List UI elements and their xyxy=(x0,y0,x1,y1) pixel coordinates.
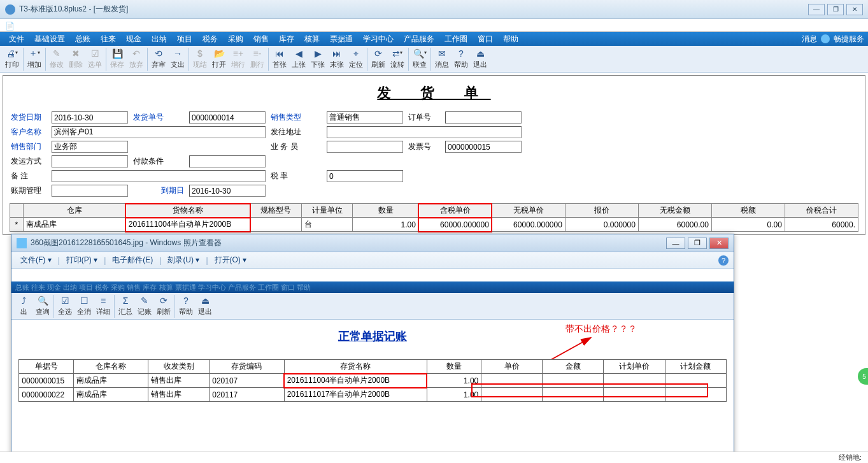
cell-unit[interactable]: 台 xyxy=(301,218,353,232)
toolbar-出[interactable]: ⤴出 xyxy=(14,294,33,318)
icell-name: 2016111017半自动单片2000B xyxy=(284,388,427,402)
cell-spec[interactable] xyxy=(250,218,302,232)
toolbar-全消[interactable]: ☐全消 xyxy=(75,294,94,318)
menu-workgroup[interactable]: 工作圈 xyxy=(439,34,473,45)
toolbar-帮助[interactable]: ?帮助 xyxy=(452,47,471,71)
cell-wh[interactable]: 南成品库 xyxy=(23,218,125,232)
toolbar-全选[interactable]: ☑全选 xyxy=(55,294,75,318)
menu-costing[interactable]: 核算 xyxy=(299,34,325,45)
menu-treasury[interactable]: 出纳 xyxy=(146,34,172,45)
close-button[interactable]: ✕ xyxy=(846,4,863,15)
input-staff[interactable] xyxy=(327,141,403,153)
input-saletype[interactable]: 普通销售 xyxy=(327,111,403,124)
menu-service[interactable]: 产品服务 xyxy=(399,34,439,45)
toolbar-增加[interactable]: ＋▾增加 xyxy=(25,47,44,71)
toolbar-消息[interactable]: ✉消息 xyxy=(432,47,452,71)
input-customer[interactable]: 滨州客户01 xyxy=(52,126,266,138)
table-row[interactable]: * 南成品库 2016111004半自动单片2000B 台 1.00 60000… xyxy=(10,218,858,232)
menu-window[interactable]: 窗口 xyxy=(473,34,498,45)
photo-menu-file[interactable]: 文件(F) ▾ xyxy=(17,255,55,266)
menu-learn[interactable]: 学习中心 xyxy=(358,34,399,45)
menu-file[interactable]: 文件 xyxy=(4,34,29,45)
status-bar: 经销地: xyxy=(0,452,868,463)
input-remark[interactable] xyxy=(52,170,266,182)
menu-cash[interactable]: 现金 xyxy=(121,34,146,45)
inner-table-row[interactable]: 0000000022 南成品库 销售出库 020117 2016111017半自… xyxy=(19,388,726,402)
maximize-button[interactable]: ❐ xyxy=(827,4,844,15)
label-period: 账期管理 xyxy=(11,185,46,196)
toolbar-修改: ✎修改 xyxy=(47,47,66,71)
cell-notaxamt[interactable]: 60000.00 xyxy=(638,218,711,232)
menu-purchase[interactable]: 采购 xyxy=(223,34,248,45)
toolbar-末张[interactable]: ⏭末张 xyxy=(327,47,346,71)
menu-bill[interactable]: 票据通 xyxy=(325,34,358,45)
photo-menu-email[interactable]: 电子邮件(E) xyxy=(108,255,157,266)
cell-quote[interactable]: 0.000000 xyxy=(565,218,638,232)
input-duedate[interactable]: 2016-10-30 xyxy=(189,185,266,197)
toolbar-支出[interactable]: →支出 xyxy=(168,47,187,71)
inner-dark-menubar: 总账 往来 现金 出纳 项目 税务 采购 销售 库存 核算 票据通 学习中心 产… xyxy=(11,281,734,293)
menu-inventory[interactable]: 库存 xyxy=(274,34,299,45)
minimize-button[interactable]: — xyxy=(808,4,825,15)
photo-minimize-button[interactable]: — xyxy=(666,238,685,249)
toolbar-定位[interactable]: ⌖定位 xyxy=(346,47,366,71)
toolbar-打开[interactable]: 📂打开 xyxy=(210,47,229,71)
menu-message[interactable]: 消息 xyxy=(802,34,817,45)
toolbar-下张[interactable]: ▶下张 xyxy=(308,47,327,71)
menu-basic[interactable]: 基础设置 xyxy=(29,34,70,45)
inner-table-row[interactable]: 0000000015 南成品库 销售出库 020107 2016111004半自… xyxy=(19,374,726,388)
input-date[interactable]: 2016-10-30 xyxy=(52,111,128,124)
toolbar-首张[interactable]: ⏮首张 xyxy=(270,47,289,71)
input-no[interactable]: 0000000014 xyxy=(189,111,266,124)
icol-qty: 数量 xyxy=(427,360,481,374)
icell-wh: 南成品库 xyxy=(73,388,148,402)
photo-menu-print[interactable]: 打印(P) ▾ xyxy=(62,255,101,266)
photo-help-icon[interactable]: ? xyxy=(718,255,729,266)
menu-tax[interactable]: 税务 xyxy=(197,34,223,45)
toolbar-帮助[interactable]: ?帮助 xyxy=(176,294,196,318)
cell-total[interactable]: 60000. xyxy=(785,218,858,232)
toolbar-记账[interactable]: ✎记账 xyxy=(135,294,154,318)
toolbar-刷新[interactable]: ⟳刷新 xyxy=(154,294,173,318)
photo-menu-open[interactable]: 打开(O) ▾ xyxy=(211,255,251,266)
toolbar-退出[interactable]: ⏏退出 xyxy=(196,294,215,318)
photo-close-button[interactable]: ✕ xyxy=(709,238,729,249)
定位-icon: ⌖ xyxy=(351,48,361,59)
photo-menu-burn[interactable]: 刻录(U) ▾ xyxy=(164,255,203,266)
toolbar-详细[interactable]: ≡详细 xyxy=(94,294,113,318)
cell-tax[interactable]: 0.00 xyxy=(711,218,785,232)
input-period[interactable] xyxy=(52,185,128,197)
toolbar-上张[interactable]: ◀上张 xyxy=(289,47,308,71)
label-taxrate: 税 率 xyxy=(271,171,322,182)
input-taxrate[interactable]: 0 xyxy=(327,170,403,182)
menu-ar[interactable]: 往来 xyxy=(96,34,121,45)
col-warehouse: 仓库 xyxy=(23,204,125,218)
menu-help[interactable]: 帮助 xyxy=(498,34,523,45)
cell-notaxup[interactable]: 60000.000000 xyxy=(492,218,565,232)
刷新-icon: ⟳ xyxy=(373,48,383,59)
photo-maximize-button[interactable]: ❐ xyxy=(688,238,707,249)
toolbar-查询[interactable]: 🔍查询 xyxy=(33,294,52,318)
cell-qty[interactable]: 1.00 xyxy=(353,218,419,232)
input-order[interactable] xyxy=(445,111,522,124)
menu-gl[interactable]: 总账 xyxy=(70,34,96,45)
toolbar-打印[interactable]: 🖨▾打印 xyxy=(3,47,22,71)
toolbar-流转[interactable]: ⇄▾流转 xyxy=(388,47,407,71)
input-address[interactable] xyxy=(327,126,522,138)
现结-icon: $ xyxy=(195,48,205,59)
input-dept[interactable]: 业务部 xyxy=(52,141,128,153)
toolbar-汇总[interactable]: Σ汇总 xyxy=(116,294,135,318)
cell-taxup[interactable]: 60000.000000 xyxy=(418,218,492,232)
menu-sales[interactable]: 销售 xyxy=(248,34,274,45)
toolbar-弃审[interactable]: ⟲弃审 xyxy=(149,47,168,71)
toolbar-退出[interactable]: ⏏退出 xyxy=(471,47,490,71)
cell-name[interactable]: 2016111004半自动单片2000B xyxy=(125,218,250,232)
input-invoice[interactable]: 0000000015 xyxy=(445,141,522,153)
toolbar-刷新[interactable]: ⟳刷新 xyxy=(369,47,388,71)
toolbar-联查[interactable]: 🔍▾联查 xyxy=(410,47,429,71)
menu-project[interactable]: 项目 xyxy=(172,34,197,45)
menu-right-service[interactable]: 畅捷服务 xyxy=(834,34,864,45)
input-payterm[interactable] xyxy=(189,155,266,167)
toolbar-现结: $现结 xyxy=(190,47,210,71)
input-ship[interactable] xyxy=(52,155,128,167)
